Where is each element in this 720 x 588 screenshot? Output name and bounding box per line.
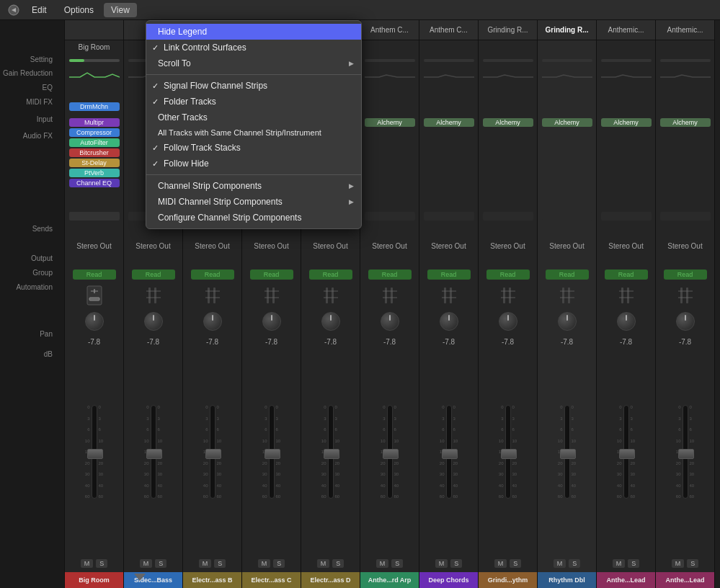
ch-automation[interactable]: Read <box>65 267 123 282</box>
plugin-btn[interactable]: Alchemy <box>365 118 415 127</box>
plugin-btn[interactable]: PtVerb <box>69 169 120 177</box>
mute-btn[interactable]: M <box>494 559 507 568</box>
view-menu[interactable]: View <box>104 3 137 17</box>
automation-badge[interactable]: Read <box>191 270 234 280</box>
ch-pan[interactable] <box>65 308 123 334</box>
pan-knob[interactable] <box>676 312 695 331</box>
dropdown-item-configure-strip[interactable]: Configure Channel Strip Components <box>146 210 361 226</box>
pan-knob[interactable] <box>381 312 399 331</box>
ch-automation[interactable]: Read <box>301 267 360 282</box>
mute-btn[interactable]: M <box>435 559 448 568</box>
fader-handle[interactable] <box>678 449 694 459</box>
automation-badge[interactable]: Read <box>664 270 707 280</box>
ch-automation[interactable]: Read <box>360 267 419 282</box>
plugin-btn[interactable]: Alchemy <box>483 118 533 127</box>
automation-badge[interactable]: Read <box>368 270 412 280</box>
ch-fader[interactable]: 036101520304060 036101520304060 <box>242 349 301 555</box>
dropdown-item-follow-track[interactable]: Follow Track Stacks <box>146 140 361 156</box>
ch-fader[interactable]: 036101520304060 036101520304060 <box>538 349 596 555</box>
plugin-btn[interactable]: Channel EQ <box>69 179 120 187</box>
fader-track[interactable] <box>564 405 570 499</box>
fader-handle[interactable] <box>87 449 103 459</box>
ch-pan[interactable] <box>656 308 714 334</box>
fader-track[interactable] <box>505 405 511 499</box>
pan-knob[interactable] <box>85 312 104 331</box>
dropdown-item-scroll[interactable]: Scroll To <box>146 55 361 71</box>
ch-pan[interactable] <box>538 308 596 334</box>
pan-knob[interactable] <box>321 312 340 331</box>
solo-btn[interactable]: S <box>273 559 285 568</box>
ch-automation[interactable]: Read <box>183 267 241 282</box>
fader-track[interactable] <box>269 405 275 499</box>
fader-handle[interactable] <box>205 449 221 459</box>
scroll-arrow[interactable] <box>134 574 146 581</box>
ch-automation[interactable]: Read <box>242 267 301 282</box>
ch-fader[interactable]: 036101520304060 036101520304060 <box>479 349 537 555</box>
solo-btn[interactable]: S <box>450 559 462 568</box>
dropdown-item-hide-legend[interactable]: Hide Legend <box>146 24 361 40</box>
pan-knob[interactable] <box>558 312 577 331</box>
ch-automation[interactable]: Read <box>479 267 537 282</box>
fader-handle[interactable] <box>265 449 280 459</box>
automation-badge[interactable]: Read <box>427 270 471 280</box>
fader-track[interactable] <box>683 405 688 499</box>
ch-pan[interactable] <box>124 308 182 334</box>
automation-badge[interactable]: Read <box>486 270 530 280</box>
fader-handle[interactable] <box>442 449 458 459</box>
automation-badge[interactable]: Read <box>605 270 648 280</box>
mute-btn[interactable]: M <box>613 559 626 568</box>
plugin-btn[interactable]: Alchemy <box>660 118 711 127</box>
ch-pan[interactable] <box>183 308 241 334</box>
fader-track[interactable] <box>210 405 215 499</box>
mute-btn[interactable]: M <box>140 559 153 568</box>
ch-pan[interactable] <box>419 308 478 334</box>
ch-automation[interactable]: Read <box>419 267 478 282</box>
mute-btn[interactable]: M <box>554 559 566 568</box>
fader-handle[interactable] <box>324 449 339 459</box>
ch-pan[interactable] <box>360 308 419 334</box>
solo-btn[interactable]: S <box>687 559 698 568</box>
plugin-btn[interactable]: Bitcrusher <box>69 148 120 157</box>
solo-btn[interactable]: S <box>569 559 580 568</box>
options-menu[interactable]: Options <box>57 3 101 17</box>
fader-handle[interactable] <box>383 449 399 459</box>
fader-track[interactable] <box>92 405 97 499</box>
fader-handle[interactable] <box>501 449 517 459</box>
pan-knob[interactable] <box>499 312 517 331</box>
ch-automation[interactable]: Read <box>124 267 182 282</box>
ch-pan[interactable] <box>242 308 301 334</box>
input-btn[interactable]: DrmMchn <box>69 102 120 111</box>
dropdown-item-channel-strip[interactable]: Channel Strip Components <box>146 178 361 194</box>
fader-track[interactable] <box>387 405 393 499</box>
pan-knob[interactable] <box>203 312 222 331</box>
mute-btn[interactable]: M <box>81 559 94 568</box>
plugin-btn[interactable]: AutoFilter <box>69 138 120 147</box>
solo-btn[interactable]: S <box>510 559 521 568</box>
fader-track[interactable] <box>328 405 334 499</box>
solo-btn[interactable]: S <box>391 559 403 568</box>
ch-automation[interactable]: Read <box>597 267 655 282</box>
plugin-btn[interactable]: St-Delay <box>69 159 120 167</box>
fader-handle[interactable] <box>146 449 162 459</box>
plugin-btn[interactable]: Alchemy <box>542 118 592 127</box>
mute-btn[interactable]: M <box>376 559 389 568</box>
mute-btn[interactable]: M <box>199 559 212 568</box>
fader-track[interactable] <box>623 405 629 499</box>
pan-knob[interactable] <box>440 312 458 331</box>
solo-btn[interactable]: S <box>332 559 344 568</box>
ch-automation[interactable]: Read <box>656 267 714 282</box>
fader-track[interactable] <box>446 405 452 499</box>
automation-badge[interactable]: Read <box>546 270 589 280</box>
dropdown-item-folder-tracks[interactable]: Folder Tracks <box>146 94 361 110</box>
solo-btn[interactable]: S <box>155 559 166 568</box>
solo-btn[interactable]: S <box>628 559 639 568</box>
dropdown-item-follow-hide[interactable]: Follow Hide <box>146 156 361 172</box>
mute-btn[interactable]: M <box>672 559 685 568</box>
ch-fader[interactable]: 036101520304060 036101520304060 <box>597 349 655 555</box>
fader-handle[interactable] <box>560 449 576 459</box>
dropdown-item-other-tracks[interactable]: Other Tracks <box>146 110 361 125</box>
ch-automation[interactable]: Read <box>538 267 596 282</box>
fader-track[interactable] <box>151 405 156 499</box>
plugin-btn[interactable]: Compressor <box>69 128 120 137</box>
dropdown-item-signal-flow[interactable]: Signal Flow Channel Strips <box>146 78 361 94</box>
